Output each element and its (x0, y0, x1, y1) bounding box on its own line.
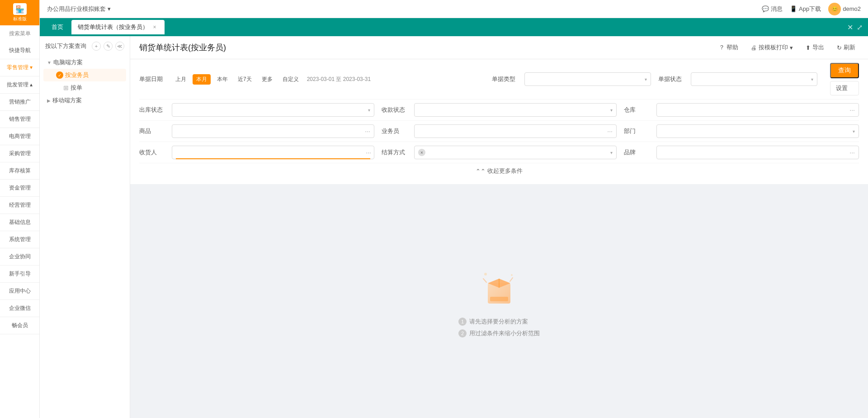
page-title-row: 销货单统计表(按业务员) ？ 帮助 🖨 按模板打印 ▾ ⬆ (139, 42, 859, 53)
sidebar-item-base[interactable]: 基础信息 (0, 214, 39, 231)
doc-type-label: 单据类型 (492, 75, 517, 83)
help-btn[interactable]: ？ 帮助 (715, 42, 742, 53)
tab-home[interactable]: 首页 (45, 20, 70, 34)
topbar-right: 💬 消息 📱 App下载 😊 demo2 (762, 3, 861, 15)
desktop-scheme-toggle[interactable]: ▼ 电脑端方案 (43, 56, 126, 69)
goods-select[interactable]: ··· (172, 124, 374, 138)
pay-method-dropdown-icon: ▾ (610, 150, 613, 155)
print-btn[interactable]: 🖨 按模板打印 ▾ (747, 42, 797, 53)
sidebar-item-purchase[interactable]: 采购管理 (0, 145, 39, 162)
sidebar-item-quicknav[interactable]: 快捷导航 (0, 42, 39, 59)
mobile-scheme-toggle[interactable]: ▶ 移动端方案 (43, 94, 126, 107)
tip-text-1: 请先选择要分析的方案 (469, 318, 528, 326)
scheme-by-order[interactable]: ⊞ 按单 (43, 81, 126, 94)
panel-header-label: 按以下方案查询 (45, 42, 86, 50)
recv-status-select[interactable]: ▾ (414, 103, 617, 117)
settings-btn[interactable]: 设置 (830, 81, 859, 95)
app-icon: 📱 (790, 5, 797, 12)
collapse-icon: ≪ (117, 43, 123, 49)
sidebar-item-newbie[interactable]: 新手引导 (0, 266, 39, 283)
filter-row-2: 出库状态 ▾ 收款状态 ▾ 仓库 ··· (139, 100, 859, 121)
sidebar-item-finance[interactable]: 资金管理 (0, 180, 39, 197)
message-icon: 💬 (762, 5, 769, 12)
app-download-btn[interactable]: 📱 App下载 (790, 5, 821, 13)
sidebar-item-ecom[interactable]: 电商管理 (0, 128, 39, 145)
account-name: 办公用品行业模拟账套 (47, 5, 106, 13)
date-label: 单据日期 (139, 75, 165, 83)
query-btn[interactable]: 查询 (830, 63, 859, 78)
tabbar: 首页 销货单统计表（按业务员） × ✕ ⤢ (40, 18, 868, 36)
date-more[interactable]: 更多 (258, 74, 276, 85)
date-this-month[interactable]: 本月 (193, 74, 211, 85)
print-icon: 🖨 (751, 44, 757, 51)
out-status-select[interactable]: ▾ (172, 103, 374, 117)
filter-area: 单据日期 上月 本月 本年 近7天 更多 自定义 2023-03-01 至 20… (130, 59, 868, 184)
brand-select[interactable]: ··· (656, 146, 859, 159)
date-this-year[interactable]: 本年 (213, 74, 231, 85)
doc-type-select[interactable]: ▾ (524, 72, 651, 86)
sidebar-item-inventory[interactable]: 库存核算 (0, 162, 39, 180)
message-btn[interactable]: 💬 消息 (762, 5, 783, 13)
sub-icon: ⊞ (63, 84, 69, 91)
maximize-window-icon[interactable]: ⤢ (857, 23, 863, 32)
edit-icon: ✎ (106, 43, 110, 49)
desktop-scheme-group: ▼ 电脑端方案 ✓ 按业务员 ⊞ 按单 (40, 56, 130, 94)
empty-tips: 1 请先选择要分析的方案 2 用过滤条件来缩小分析范围 (458, 318, 540, 337)
mobile-scheme-group: ▶ 移动端方案 (40, 94, 130, 107)
collapse-panel-btn[interactable]: ≪ (115, 42, 124, 51)
sidebar-item-ops[interactable]: 经营管理 (0, 197, 39, 214)
doc-status-label: 单据状态 (658, 75, 684, 83)
date-custom[interactable]: 自定义 (279, 74, 302, 85)
sidebar-item-retail[interactable]: 零售管理 ▾ (0, 59, 39, 76)
tab-close-icon[interactable]: × (151, 24, 158, 31)
pay-method-select[interactable]: × ▾ (414, 146, 617, 159)
sidebar-item-member[interactable]: 畅会员 (0, 317, 39, 334)
edit-scheme-btn[interactable]: ✎ (104, 42, 113, 51)
date-last-7days[interactable]: 近7天 (234, 74, 255, 85)
doc-status-select[interactable]: ▾ (691, 72, 817, 86)
brand-dots-icon: ··· (849, 149, 855, 156)
consignee-input[interactable] (176, 146, 370, 159)
tree-arrow-icon: ▼ (47, 60, 52, 65)
collapse-filter-btn[interactable]: ⌃⌃ 收起更多条件 (139, 163, 859, 179)
user-menu[interactable]: 😊 demo2 (828, 3, 861, 15)
app-logo[interactable]: 🏪 标准版 (0, 0, 40, 25)
refresh-btn[interactable]: ↻ 刷新 (833, 42, 859, 53)
sidebar-item-sales[interactable]: 销售管理 (0, 111, 39, 128)
date-range-display: 2023-03-01 至 2023-03-31 (307, 76, 371, 83)
sidebar-item-appcenter[interactable]: 应用中心 (0, 283, 39, 300)
left-panel: 按以下方案查询 + ✎ ≪ ▼ 电脑端方案 (40, 36, 130, 418)
warehouse-select[interactable]: ··· (656, 103, 859, 117)
plus-icon: + (95, 43, 98, 49)
empty-illustration (476, 265, 522, 310)
export-btn[interactable]: ⬆ 导出 (802, 42, 828, 53)
tip-text-2: 用过滤条件来缩小分析范围 (469, 329, 540, 337)
pay-method-tag-close[interactable]: × (418, 149, 425, 156)
sidebar-item-wechat[interactable]: 企业微信 (0, 300, 39, 317)
recv-status-label: 收款状态 (382, 106, 407, 114)
content-area: 按以下方案查询 + ✎ ≪ ▼ 电脑端方案 (40, 36, 868, 418)
salesman-label: 业务员 (382, 127, 407, 135)
recv-status-dropdown-icon: ▾ (610, 108, 613, 113)
sidebar-item-system[interactable]: 系统管理 (0, 231, 39, 248)
account-dropdown[interactable]: 办公用品行业模拟账套 ▾ (47, 5, 111, 13)
consignee-select[interactable]: ··· (172, 146, 374, 159)
out-status-label: 出库状态 (139, 106, 165, 114)
salesman-select[interactable]: ··· (414, 124, 617, 138)
dept-label: 部门 (624, 127, 649, 135)
mobile-tree-arrow-icon: ▶ (47, 98, 51, 103)
sidebar-search-item[interactable]: 搜索菜单 (0, 25, 39, 42)
sidebar-item-wholesale[interactable]: 批发管理 ▴ (0, 76, 39, 94)
sidebar-item-enterprise[interactable]: 企业协同 (0, 248, 39, 266)
sidebar-item-marketing[interactable]: 营销推广 (0, 94, 39, 111)
date-last-month[interactable]: 上月 (172, 74, 190, 85)
dept-select[interactable]: ▾ (656, 124, 859, 138)
export-icon: ⬆ (806, 44, 811, 51)
by-order-label: 按单 (71, 84, 82, 92)
empty-tip-1: 1 请先选择要分析的方案 (458, 318, 540, 326)
scheme-by-salesman[interactable]: ✓ 按业务员 (43, 69, 126, 81)
tab-sales-stats[interactable]: 销货单统计表（按业务员） × (71, 20, 165, 34)
account-dropdown-icon: ▾ (108, 5, 111, 12)
add-scheme-btn[interactable]: + (92, 42, 101, 51)
close-window-icon[interactable]: ✕ (847, 23, 853, 32)
